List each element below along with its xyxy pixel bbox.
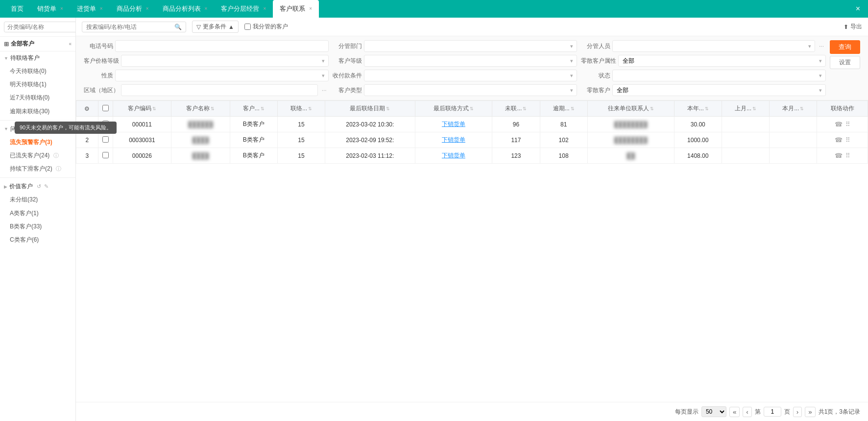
last-way-link-2[interactable]: 下销货单 bbox=[442, 136, 465, 143]
last-way-link-3[interactable]: 下销货单 bbox=[442, 152, 465, 159]
row-checkbox-2[interactable] bbox=[102, 136, 109, 143]
sort-last-date[interactable]: 最后联络日期⇅ bbox=[350, 104, 390, 113]
filter-search-input[interactable] bbox=[86, 24, 174, 30]
adv-select-cust-grade[interactable] bbox=[364, 55, 578, 67]
query-button[interactable]: 查询 bbox=[830, 40, 860, 54]
action-phone-icon-3[interactable]: ☎ bbox=[835, 152, 843, 159]
close-all-button[interactable]: × bbox=[852, 4, 864, 13]
action-menu-icon-2[interactable]: ⠿ bbox=[845, 136, 850, 144]
sidebar-search-input[interactable] bbox=[4, 22, 76, 32]
adv-select-retail[interactable]: 全部 bbox=[612, 84, 826, 96]
region-dots-button[interactable]: ··· bbox=[320, 87, 329, 94]
filter-my-customers[interactable]: 我分管的客户 bbox=[244, 23, 288, 31]
adv-select-cust-type[interactable] bbox=[364, 84, 578, 96]
prev-page-button[interactable]: ‹ bbox=[743, 407, 751, 417]
adv-select-price-grade[interactable] bbox=[121, 55, 329, 67]
sort-year-amt[interactable]: 本年...⇅ bbox=[687, 104, 709, 113]
sidebar-item-tomorrow[interactable]: 明天待联络(1) bbox=[0, 78, 75, 91]
sort-last-month-amt[interactable]: 上月...⇅ bbox=[735, 104, 756, 113]
page-input[interactable] bbox=[764, 407, 781, 417]
sidebar-item-7days[interactable]: 近7天待联络(0) bbox=[0, 91, 75, 104]
last-page-button[interactable]: » bbox=[805, 407, 815, 417]
sidebar-item-b-class[interactable]: B类客户(33) bbox=[0, 220, 75, 233]
action-phone-icon-1[interactable]: ☎ bbox=[835, 121, 843, 128]
adv-select-nature[interactable] bbox=[115, 70, 329, 81]
tab-sales-close[interactable]: × bbox=[60, 0, 63, 18]
th-last-month-amt[interactable]: 上月...⇅ bbox=[722, 101, 769, 117]
sidebar-all-customers[interactable]: ⊞ 全部客户 « bbox=[0, 37, 75, 51]
th-last-way[interactable]: 最后联络方式⇅ bbox=[415, 101, 492, 117]
adv-select-payment[interactable] bbox=[364, 70, 578, 81]
th-checkbox[interactable] bbox=[98, 101, 113, 117]
adv-input-region[interactable] bbox=[121, 84, 318, 96]
sort-uncontact[interactable]: 未联...⇅ bbox=[505, 104, 527, 113]
th-overdue[interactable]: 逾期...⇅ bbox=[540, 101, 587, 117]
last-way-link-1[interactable]: 下销货单 bbox=[442, 121, 465, 127]
refresh-icon[interactable]: ↺ bbox=[37, 183, 41, 190]
tab-purchase[interactable]: 进货单 × bbox=[70, 0, 110, 18]
th-name[interactable]: 客户名称⇅ bbox=[171, 101, 230, 117]
th-contact[interactable]: 联络...⇅ bbox=[277, 101, 325, 117]
td-last-way-3[interactable]: 下销货单 bbox=[415, 148, 492, 164]
tab-customer-contact[interactable]: 客户联系 × bbox=[273, 0, 319, 18]
sidebar-item-churn-warning[interactable]: 流失预警客户(3) bbox=[0, 136, 75, 149]
per-page-select[interactable]: 50 100 200 bbox=[701, 406, 726, 417]
settings-button[interactable]: 设置 bbox=[830, 56, 860, 69]
tab-sales[interactable]: 销货单 × bbox=[30, 0, 70, 18]
th-gear[interactable]: ⚙ bbox=[76, 101, 98, 117]
tab-product-list[interactable]: 商品分析列表 × bbox=[156, 0, 215, 18]
sidebar-item-ungrouped[interactable]: 未分组(32) bbox=[0, 193, 75, 206]
edit-icon[interactable]: ✎ bbox=[44, 183, 48, 190]
manager-dots-button[interactable]: ··· bbox=[817, 43, 826, 50]
tab-product-list-close[interactable]: × bbox=[205, 0, 208, 18]
sidebar-group-value-title[interactable]: ▶ 价值客户 ↺ ✎ bbox=[0, 180, 75, 193]
th-liaison[interactable]: 往来单位联系人⇅ bbox=[587, 101, 674, 117]
first-page-button[interactable]: « bbox=[729, 407, 740, 417]
tab-product-analysis[interactable]: 商品分析 × bbox=[110, 0, 156, 18]
td-checkbox-3[interactable] bbox=[98, 148, 113, 164]
info-icon-2[interactable]: ⓘ bbox=[56, 166, 61, 172]
sort-overdue[interactable]: 逾期...⇅ bbox=[553, 104, 575, 113]
sidebar-item-c-class[interactable]: C类客户(6) bbox=[0, 233, 75, 247]
sort-contact[interactable]: 联络...⇅ bbox=[290, 104, 312, 113]
tab-customer-tier[interactable]: 客户分层经营 × bbox=[214, 0, 273, 18]
tab-purchase-close[interactable]: × bbox=[100, 0, 103, 18]
nav-home[interactable]: 首页 bbox=[4, 0, 30, 18]
tab-customer-tier-close[interactable]: × bbox=[263, 0, 266, 18]
sidebar-item-overdue[interactable]: 逾期未联络(30) bbox=[0, 105, 75, 118]
th-type[interactable]: 客户...⇅ bbox=[230, 101, 277, 117]
th-year-amt[interactable]: 本年...⇅ bbox=[674, 101, 722, 117]
my-customers-checkbox[interactable] bbox=[244, 24, 251, 30]
action-menu-icon-1[interactable]: ⠿ bbox=[845, 121, 850, 128]
sort-last-way[interactable]: 最后联络方式⇅ bbox=[434, 104, 474, 113]
adv-input-phone[interactable] bbox=[115, 40, 329, 52]
sort-type[interactable]: 客户...⇅ bbox=[243, 104, 265, 113]
sort-code[interactable]: 客户编码⇅ bbox=[128, 104, 156, 113]
adv-select-retail-attr[interactable]: 全部 bbox=[618, 55, 826, 67]
th-code[interactable]: 客户编码⇅ bbox=[113, 101, 171, 117]
action-phone-icon-2[interactable]: ☎ bbox=[835, 136, 843, 144]
th-this-month-amt[interactable]: 本月...⇅ bbox=[770, 101, 817, 117]
sidebar-item-declining[interactable]: 持续下滑客户(2) ⓘ bbox=[0, 162, 75, 175]
action-menu-icon-3[interactable]: ⠿ bbox=[845, 152, 850, 159]
adv-select-manager[interactable] bbox=[612, 40, 815, 52]
sidebar-item-churned[interactable]: 已流失客户(24) ⓘ bbox=[0, 149, 75, 162]
export-button[interactable]: ⬆ 导出 bbox=[844, 23, 862, 31]
sort-name[interactable]: 客户名称⇅ bbox=[186, 104, 215, 113]
search-orange-icon[interactable]: 🔍 bbox=[174, 24, 182, 30]
th-last-date[interactable]: 最后联络日期⇅ bbox=[325, 101, 415, 117]
adv-select-status[interactable] bbox=[612, 70, 826, 81]
sidebar-item-today[interactable]: 今天待联络(0) bbox=[0, 65, 75, 78]
sort-this-month-amt[interactable]: 本月...⇅ bbox=[782, 104, 804, 113]
sort-liaison[interactable]: 往来单位联系人⇅ bbox=[608, 104, 654, 113]
td-checkbox-2[interactable] bbox=[98, 132, 113, 148]
next-page-button[interactable]: › bbox=[793, 407, 802, 417]
tab-product-analysis-close[interactable]: × bbox=[146, 0, 149, 18]
adv-select-dept[interactable] bbox=[364, 40, 578, 52]
td-last-way-1[interactable]: 下销货单 bbox=[415, 117, 492, 132]
sidebar-collapse-icon[interactable]: « bbox=[69, 41, 72, 47]
sidebar-item-a-class[interactable]: A类客户(1) bbox=[0, 207, 75, 220]
select-all-checkbox[interactable] bbox=[102, 105, 109, 111]
tab-customer-contact-close[interactable]: × bbox=[309, 0, 312, 18]
row-checkbox-3[interactable] bbox=[102, 152, 109, 158]
